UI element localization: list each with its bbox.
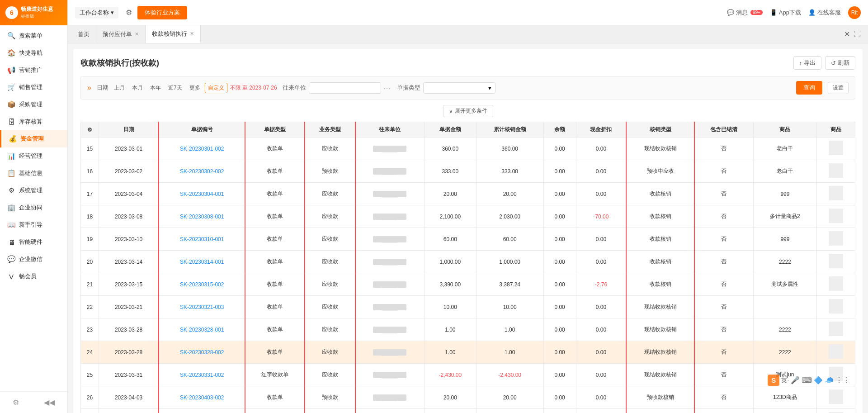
tab-receipt-close[interactable]: ✕ [190,31,194,37]
last-7-days-btn[interactable]: 近7天 [165,83,185,93]
online-service-action[interactable]: 👤 在线客服 [808,9,841,17]
watermark-mic[interactable]: 🎤 [791,376,800,385]
expand-more-btn[interactable]: ∨ 展开更多条件 [443,105,493,117]
cell-cash-discount: 0.00 [576,251,626,273]
sidebar-item-system[interactable]: ⚙系统管理 [0,182,67,199]
cell-biz-type: 应收款 [305,228,355,251]
cell-amount: 360.00 [424,138,476,160]
cell-amount: 20.00 [424,386,476,409]
cell-cumulative: 10.00 [476,296,543,318]
sidebar-item-wechat[interactable]: 💬企业微信 [0,251,67,268]
cell-biz-type: 应收款 [305,318,355,341]
col-goods: 商品 [753,122,816,138]
cell-cancel-type: 现结收款核销 [626,296,694,318]
export-btn[interactable]: ↑ 导出 [793,56,822,70]
messages-action[interactable]: 💬 消息 99+ [727,9,763,17]
watermark-shirt[interactable]: 🧢 [825,376,834,385]
cell-biz-type: 应收款 [305,409,355,413]
custom-date-btn[interactable]: 自定义 [205,83,227,93]
cell-cancel-type: 收款核销 [626,228,694,251]
this-year-btn[interactable]: 本年 [147,83,164,93]
cell-cash-discount: 0.00 [576,160,626,183]
tab-prepay-close[interactable]: ✕ [135,31,139,37]
cell-amount: 1,000.00 [424,251,476,273]
sidebar-label-guide: 新手引导 [19,221,42,229]
sidebar-item-finance[interactable]: 💰资金管理 [0,130,67,147]
sidebar-item-enterprise[interactable]: 🏢企业协同 [0,199,67,216]
partner-dots[interactable]: ··· [384,85,392,91]
cell-include-settled: 否 [694,183,753,205]
sidebar-icon-enterprise: 🏢 [7,204,15,212]
table-row: 24 2023-03-28 SK-20230328-002 收款单 应收款 ██… [81,341,855,364]
cell-amount: 100.00 [424,409,476,413]
sidebar-label-inventory: 库存核算 [19,118,42,126]
query-btn[interactable]: 查询 [796,81,822,95]
cell-goods2 [817,318,855,341]
watermark-keyboard[interactable]: ⌨ [802,376,812,385]
cell-no: 18 [81,205,99,228]
cell-no: 16 [81,160,99,183]
partner-input[interactable] [309,82,381,94]
workspace-selector[interactable]: 工作台名称 ▾ [75,7,118,19]
cell-doc-no: SK-20230403-002 [159,386,245,409]
watermark-extra[interactable]: ⋮⋮ [835,376,850,385]
settings-btn[interactable]: 设置 [828,82,849,94]
sidebar-label-hardware: 智能硬件 [19,238,42,246]
sidebar-item-quicknav[interactable]: 🏠快捷导航 [0,44,67,62]
filter-toggle-btn[interactable]: » [87,84,91,92]
tabbar-close-btn[interactable]: ✕ [844,30,850,38]
cell-biz-type: 应收款 [305,341,355,364]
page-header-actions: ↑ 导出 ↺ 刷新 [793,56,856,70]
doc-type-select[interactable]: ▾ [423,82,495,94]
sidebar-label-member: 畅会员 [19,272,37,280]
sidebar-item-basic[interactable]: 📋基础信息 [0,165,67,182]
cell-goods: 测试多属性 [753,273,816,296]
table-row: 22 2023-03-21 SK-20230321-003 收款单 应收款 ██… [81,296,855,318]
cell-no: 21 [81,273,99,296]
cell-date: 2023-03-02 [99,160,159,183]
sidebar-item-member[interactable]: V畅会员 [0,268,67,285]
sidebar-item-search[interactable]: 🔍搜索菜单 [0,27,67,44]
cell-include-settled: 否 [694,138,753,160]
tabbar-expand-btn[interactable]: ⛶ [854,30,861,38]
service-label: 在线客服 [817,9,841,17]
sidebar-item-operation[interactable]: 📊经营管理 [0,147,67,165]
avatar[interactable]: Rit [848,6,861,19]
cell-doc-type: 收款单 [245,205,304,228]
doc-type-chevron: ▾ [488,85,491,91]
tab-home[interactable]: 首页 [71,25,96,43]
sidebar-footer: ⚙ ◀◀ [0,391,67,413]
sidebar-collapse-btn[interactable]: ◀◀ [39,395,59,409]
cell-date: 2023-03-10 [99,228,159,251]
expand-more-label: 展开更多条件 [455,107,487,115]
cell-doc-no: SK-20230301-002 [159,138,245,160]
watermark-grid[interactable]: 🔷 [814,376,823,385]
sidebar-item-hardware[interactable]: 🖥智能硬件 [0,233,67,251]
cell-goods: 2222 [753,251,816,273]
data-table-container: ⚙ 日期 单据编号 单据类型 业务类型 往来单位 单据金额 累计核销金额 余额 … [80,122,855,413]
sidebar-item-guide[interactable]: 📖新手引导 [0,216,67,233]
tab-prepay[interactable]: 预付应付单 ✕ [96,25,146,43]
more-date-btn[interactable]: 更多 [187,83,203,93]
sidebar-settings-btn[interactable]: ⚙ [8,395,24,409]
col-settings[interactable]: ⚙ [81,122,99,138]
sidebar-item-sales[interactable]: 🛒销售管理 [0,79,67,96]
cell-goods2 [817,273,855,296]
expand-more-chevron: ∨ [449,108,453,114]
tabbar-actions: ✕ ⛶ [844,30,864,38]
app-download-action[interactable]: 📱 App下载 [770,9,801,17]
last-month-btn[interactable]: 上月 [111,83,127,93]
tab-receipt[interactable]: 收款核销执行 ✕ [146,25,201,43]
industry-solution-btn[interactable]: 体验行业方案 [137,6,187,19]
this-month-btn[interactable]: 本月 [129,83,146,93]
sidebar-item-inventory[interactable]: 🗄库存核算 [0,113,67,130]
table-header-row: ⚙ 日期 单据编号 单据类型 业务类型 往来单位 单据金额 累计核销金额 余额 … [81,122,855,138]
cell-biz-type: 应收款 [305,364,355,386]
sidebar-item-marketing[interactable]: 📢营销推广 [0,62,67,79]
cell-balance: 0.00 [543,228,576,251]
workspace-label: 工作台名称 [80,9,109,17]
topbar-gear-icon[interactable]: ⚙ [126,8,132,17]
sidebar-item-purchase[interactable]: 📦采购管理 [0,96,67,113]
refresh-btn[interactable]: ↺ 刷新 [825,56,855,70]
sidebar-icon-operation: 📊 [7,152,15,160]
